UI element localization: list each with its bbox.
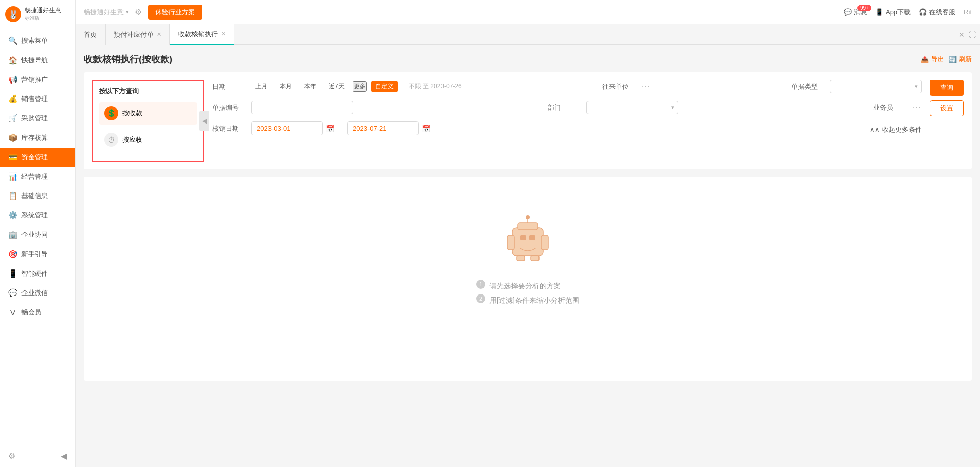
doc-type-select[interactable] — [830, 80, 922, 93]
query-button[interactable]: 查询 — [930, 80, 964, 96]
filter-row-1: 日期 上月 本月 本年 近7天 更多 自定义 不限 至 2023-07-26 往… — [212, 80, 922, 93]
sidebar-item-marketing[interactable]: 📢 营销推广 — [0, 70, 75, 89]
collapse-more-conditions-button[interactable]: ∧∧ 收起更多条件 — [870, 125, 922, 134]
user-info[interactable]: Rit — [964, 8, 972, 16]
tab-prepayment[interactable]: 预付冲应付单 ✕ — [106, 24, 170, 45]
receipt-icon: 💲 — [104, 106, 118, 120]
wechat-icon: 💬 — [8, 288, 17, 298]
empty-illustration — [497, 207, 558, 268]
chevron-up-icon: ∧∧ — [870, 126, 880, 133]
staff-label: 业务员 — [873, 103, 904, 112]
sidebar-item-operations[interactable]: 📊 经营管理 — [0, 167, 75, 186]
tab-close-all-icon[interactable]: ✕ — [959, 31, 965, 39]
svg-rect-1 — [507, 235, 514, 250]
date-btn-last-month[interactable]: 上月 — [251, 81, 272, 92]
sidebar-item-label: 畅会员 — [21, 308, 41, 317]
page-header-actions: 📤 导出 🔄 刷新 — [921, 55, 972, 64]
filter-left-options: 按以下方查询 💲 按收款 ⏱ 按应收 ◀ — [92, 80, 204, 162]
sidebar-item-quicknav[interactable]: 🏠 快捷导航 — [0, 51, 75, 70]
partner-label: 往来单位 — [602, 82, 633, 91]
empty-state: 1 请先选择要分析的方案 2 用[过滤]条件来缩小分析范围 — [84, 177, 972, 338]
sidebar-item-purchase[interactable]: 🛒 采购管理 — [0, 109, 75, 128]
partner-dots-icon[interactable]: ··· — [641, 82, 651, 91]
svg-point-7 — [526, 215, 530, 219]
doc-type-label: 单据类型 — [791, 82, 822, 91]
filter-option-receipt-label: 按收款 — [122, 109, 142, 118]
filter-option-by-receivable[interactable]: ⏱ 按应收 — [99, 129, 197, 151]
sidebar-item-member[interactable]: V 畅会员 — [0, 303, 75, 322]
calendar-start-icon[interactable]: 📅 — [326, 125, 334, 133]
filter-option-by-receipt[interactable]: 💲 按收款 — [99, 102, 197, 125]
tab-collection-close-icon[interactable]: ✕ — [221, 31, 226, 37]
page-content: 收款核销执行(按收款) 📤 导出 🔄 刷新 按以下方查询 💲 按收款 — [76, 45, 980, 467]
tab-prepayment-close-icon[interactable]: ✕ — [157, 31, 161, 38]
sidebar-item-basicinfo[interactable]: 📋 基础信息 — [0, 186, 75, 206]
sidebar-menu: 🔍 搜索菜单 🏠 快捷导航 📢 营销推广 💰 销售管理 🛒 采购管理 📦 库存核… — [0, 29, 75, 445]
tab-collection[interactable]: 收款核销执行 ✕ — [170, 24, 234, 45]
filter-collapse-button[interactable]: ◀ — [199, 111, 209, 131]
industry-solution-button[interactable]: 休验行业方案 — [148, 5, 202, 20]
empty-tip-1: 1 请先选择要分析的方案 — [476, 279, 579, 293]
dept-select[interactable] — [586, 101, 678, 114]
sidebar-item-hardware[interactable]: 📱 智能硬件 — [0, 264, 75, 283]
topbar-right: 💬 消息 99+ 📱 App下载 🎧 在线客服 Rit — [844, 8, 972, 17]
service-label: 在线客服 — [929, 8, 955, 17]
sidebar-item-system[interactable]: ⚙️ 系统管理 — [0, 206, 75, 225]
export-icon: 📤 — [921, 56, 929, 63]
online-service-button[interactable]: 🎧 在线客服 — [919, 8, 955, 17]
filter-right: 日期 上月 本月 本年 近7天 更多 自定义 不限 至 2023-07-26 往… — [212, 80, 922, 162]
verify-date-group: 📅 — 📅 — [251, 121, 430, 135]
verify-date-end-input[interactable] — [347, 121, 419, 135]
refresh-button[interactable]: 🔄 刷新 — [948, 55, 972, 64]
settings-bottom-icon[interactable]: ⚙ — [8, 451, 15, 461]
date-btn-7days[interactable]: 近7天 — [325, 81, 349, 92]
date-btn-this-year[interactable]: 本年 — [300, 81, 321, 92]
sidebar-item-finance[interactable]: 💳 资金管理 — [0, 148, 75, 167]
svg-rect-9 — [531, 256, 539, 261]
verify-date-label: 核销日期 — [212, 124, 243, 133]
refresh-icon: 🔄 — [948, 56, 957, 63]
collapse-icon[interactable]: ◀ — [61, 451, 67, 461]
logo-text: 畅捷通好生意 — [24, 7, 61, 15]
export-button[interactable]: 📤 导出 — [921, 55, 944, 64]
svg-rect-2 — [541, 235, 548, 250]
logo-icon: 🐰 — [5, 6, 21, 22]
settings-button[interactable]: 设置 — [930, 100, 964, 116]
calendar-end-icon[interactable]: 📅 — [422, 125, 430, 133]
tab-home[interactable]: 首页 — [76, 24, 106, 45]
app-icon: 📱 — [875, 8, 884, 16]
topbar-gear-icon[interactable]: ⚙ — [135, 7, 142, 17]
sidebar-item-label: 快捷导航 — [21, 56, 48, 65]
doc-no-input[interactable] — [251, 101, 353, 114]
app-label: App下载 — [886, 8, 911, 17]
sidebar-item-enterprise[interactable]: 🏢 企业协同 — [0, 225, 75, 244]
staff-dots-icon[interactable]: ··· — [912, 103, 922, 112]
app-download-button[interactable]: 📱 App下载 — [875, 8, 911, 17]
sidebar-item-label: 经营管理 — [21, 172, 48, 181]
sidebar-item-search[interactable]: 🔍 搜索菜单 — [0, 31, 75, 51]
messages-button[interactable]: 💬 消息 99+ — [844, 8, 867, 17]
sidebar-item-sales[interactable]: 💰 销售管理 — [0, 89, 75, 109]
hardware-icon: 📱 — [8, 269, 17, 278]
sidebar-item-guide[interactable]: 🎯 新手引导 — [0, 244, 75, 264]
svg-rect-8 — [517, 256, 525, 261]
sidebar-item-inventory[interactable]: 📦 库存核算 — [0, 128, 75, 148]
date-separator: — — [337, 125, 344, 132]
tab-expand-icon[interactable]: ⛶ — [969, 31, 976, 39]
purchase-icon: 🛒 — [8, 114, 17, 123]
date-btn-more[interactable]: 更多 — [353, 81, 367, 92]
topbar-brand: 畅捷通好生意 ▾ — [84, 8, 129, 17]
finance-icon: 💳 — [8, 153, 17, 162]
sidebar-item-wechat[interactable]: 💬 企业微信 — [0, 283, 75, 303]
doc-no-label: 单据编号 — [212, 103, 243, 112]
export-label: 导出 — [931, 55, 944, 64]
member-icon: V — [8, 308, 17, 317]
date-btn-this-month[interactable]: 本月 — [276, 81, 296, 92]
inventory-icon: 📦 — [8, 133, 17, 142]
date-btn-custom[interactable]: 自定义 — [371, 81, 398, 92]
page-header: 收款核销执行(按收款) 📤 导出 🔄 刷新 — [84, 53, 972, 65]
dept-select-wrap: ▾ — [586, 101, 678, 114]
sidebar-bottom: ⚙ ◀ — [0, 445, 75, 467]
tabbar: 首页 预付冲应付单 ✕ 收款核销执行 ✕ ✕ ⛶ — [76, 24, 980, 45]
verify-date-start-input[interactable] — [251, 121, 323, 135]
